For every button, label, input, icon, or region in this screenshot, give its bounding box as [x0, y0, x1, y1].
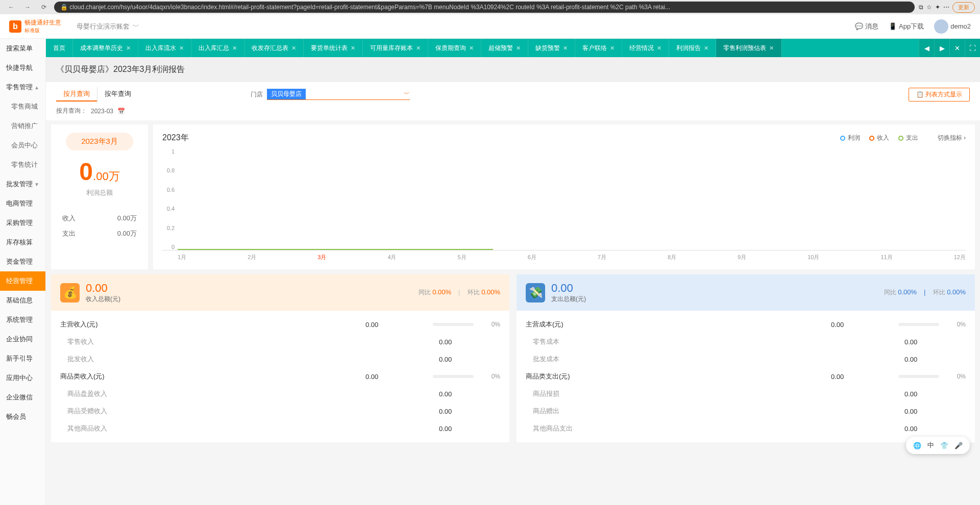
- calendar-icon[interactable]: 📅: [117, 108, 125, 115]
- menu-icon[interactable]: ⋯: [943, 4, 949, 11]
- income-mom: 0.00%: [481, 288, 500, 296]
- close-icon[interactable]: ✕: [469, 45, 474, 52]
- app-download-button[interactable]: 📱 App下载: [889, 22, 924, 31]
- switch-metric-button[interactable]: 切换指标 ›: [938, 134, 966, 142]
- sidebar-item[interactable]: 快捷导航: [0, 58, 45, 78]
- tab[interactable]: 缺货预警✕: [528, 39, 575, 57]
- tab[interactable]: 经营情况✕: [622, 39, 669, 57]
- puzzle-icon[interactable]: ✦: [935, 4, 940, 11]
- sidebar-item[interactable]: 营销推广: [0, 116, 45, 136]
- tab[interactable]: 要货单统计表✕: [304, 39, 363, 57]
- tabs-scroll-left[interactable]: ◀: [919, 39, 934, 57]
- tab[interactable]: 收发存汇总表✕: [244, 39, 304, 57]
- legend-profit[interactable]: 利润: [840, 134, 860, 142]
- sidebar-item[interactable]: 企业协同: [0, 330, 45, 349]
- close-icon[interactable]: ✕: [769, 45, 774, 52]
- expense-total-value: 0.00: [551, 282, 586, 295]
- close-icon[interactable]: ✕: [291, 45, 296, 52]
- account-selector[interactable]: 母婴行业演示账套 ﹀: [77, 22, 139, 31]
- sidebar-item[interactable]: 经营管理: [0, 271, 45, 291]
- tab-expand-icon[interactable]: ⛶: [965, 39, 980, 57]
- sidebar-item[interactable]: 电商管理: [0, 194, 45, 213]
- user-menu[interactable]: demo2: [934, 19, 971, 34]
- messages-button[interactable]: 💬 消息: [855, 22, 878, 31]
- globe-icon: 🌐: [913, 442, 921, 449]
- tab[interactable]: 客户联络✕: [575, 39, 622, 57]
- sidebar-item[interactable]: 资金管理: [0, 252, 45, 271]
- sidebar-item[interactable]: 应用中心: [0, 368, 45, 388]
- sidebar-item[interactable]: 基础信息: [0, 291, 45, 310]
- reload-icon[interactable]: ⟳: [38, 1, 50, 13]
- close-icon[interactable]: ✕: [704, 45, 708, 52]
- forward-icon[interactable]: →: [21, 1, 34, 13]
- star-icon[interactable]: ☆: [926, 4, 932, 11]
- close-icon[interactable]: ✕: [351, 45, 355, 52]
- sidebar-item[interactable]: 零售统计: [0, 155, 45, 174]
- tabs-scroll-right[interactable]: ▶: [934, 39, 949, 57]
- chart-card: 2023年 利润 收入 支出 切换指标 › 10.80.60.40.20 1月2…: [153, 124, 975, 269]
- tab-yearly-query[interactable]: 按年查询: [97, 87, 138, 102]
- sidebar-item[interactable]: 会员中心: [0, 136, 45, 155]
- extension-icon[interactable]: ⧉: [919, 4, 923, 11]
- chart-line: [178, 249, 493, 250]
- close-icon[interactable]: ✕: [179, 45, 184, 52]
- tab[interactable]: 零售利润预估表✕: [716, 39, 781, 57]
- tab[interactable]: 成本调整单历史✕: [73, 39, 138, 57]
- expense-panel: 💸 0.00 支出总额(元) 同比 0.00% | 环比 0.00% 主营成本(…: [517, 274, 975, 442]
- tab[interactable]: 超储预警✕: [481, 39, 528, 57]
- sidebar-item[interactable]: 系统管理: [0, 310, 45, 330]
- mic-icon[interactable]: 🎤: [954, 442, 963, 449]
- back-icon[interactable]: ←: [5, 1, 17, 13]
- close-icon[interactable]: ✕: [232, 45, 237, 52]
- close-icon[interactable]: ✕: [416, 45, 421, 52]
- ime-widget[interactable]: 🌐 中 👕 🎤: [906, 437, 970, 454]
- tab[interactable]: 保质期查询✕: [428, 39, 481, 57]
- url-bar[interactable]: 🔒 cloud.chanjet.com/hsy/u4oor/4daqxn/iol…: [54, 2, 915, 13]
- legend-expense[interactable]: 支出: [898, 134, 918, 142]
- sidebar-item[interactable]: 采购管理: [0, 213, 45, 233]
- close-icon[interactable]: ✕: [610, 45, 615, 52]
- username: demo2: [950, 22, 971, 30]
- sidebar-item[interactable]: 零售商城: [0, 97, 45, 116]
- close-icon[interactable]: ✕: [516, 45, 521, 52]
- chevron-down-icon: ﹀: [404, 90, 410, 98]
- chart-legend: 利润 收入 支出 切换指标 ›: [840, 134, 966, 142]
- sidebar-item[interactable]: 企业微信: [0, 388, 45, 407]
- sidebar-item[interactable]: 库存核算: [0, 233, 45, 252]
- logo-icon: b: [9, 20, 21, 33]
- income-total-label: 收入总额(元): [86, 295, 120, 304]
- tshirt-icon[interactable]: 👕: [940, 442, 948, 449]
- sidebar-item[interactable]: 畅会员: [0, 407, 45, 426]
- close-icon[interactable]: ✕: [563, 45, 568, 52]
- sidebar-item[interactable]: 搜索菜单: [0, 39, 45, 58]
- tab[interactable]: 出入库流水✕: [138, 39, 191, 57]
- logo[interactable]: b 畅捷通好生意 标准版: [9, 18, 61, 34]
- close-icon[interactable]: ✕: [126, 45, 131, 52]
- month-filter[interactable]: 按月查询： 2023-03 📅: [56, 107, 125, 115]
- sidebar-item[interactable]: 批发管理▼: [0, 174, 45, 194]
- data-row: 商品报损0.00: [526, 385, 966, 402]
- data-row: 零售收入0.00: [60, 333, 500, 350]
- tab[interactable]: 出入库汇总✕: [191, 39, 244, 57]
- tab-monthly-query[interactable]: 按月查询: [56, 87, 97, 102]
- data-row: 批发收入0.00: [60, 350, 500, 368]
- close-icon[interactable]: ✕: [657, 45, 662, 52]
- page-title: 《贝贝母婴店》2023年3月利润报告: [46, 57, 980, 82]
- sidebar-item[interactable]: 新手引导: [0, 349, 45, 368]
- tab[interactable]: 首页: [46, 39, 73, 57]
- legend-income[interactable]: 收入: [869, 134, 889, 142]
- update-button[interactable]: 更新: [952, 2, 975, 13]
- tab[interactable]: 可用量库存账本✕: [363, 39, 428, 57]
- store-selector[interactable]: 门店 贝贝母婴店 ﹀: [251, 89, 410, 100]
- data-row: 商品赠出0.00: [526, 402, 966, 420]
- sidebar: 搜索菜单快捷导航零售管理▲零售商城营销推广会员中心零售统计批发管理▼电商管理采购…: [0, 39, 46, 505]
- tab-close-current[interactable]: ✕: [949, 39, 965, 57]
- tab[interactable]: 利润报告✕: [669, 39, 716, 57]
- expense-mom: 0.00%: [947, 288, 966, 296]
- income-icon: 💰: [60, 283, 80, 302]
- sidebar-item[interactable]: 零售管理▲: [0, 78, 45, 97]
- edition-label: 标准版: [24, 27, 61, 34]
- list-view-button[interactable]: 📋 列表方式显示: [909, 88, 970, 102]
- chart-plot[interactable]: 10.80.60.40.20: [162, 148, 966, 250]
- expense-yoy: 0.00%: [898, 288, 917, 296]
